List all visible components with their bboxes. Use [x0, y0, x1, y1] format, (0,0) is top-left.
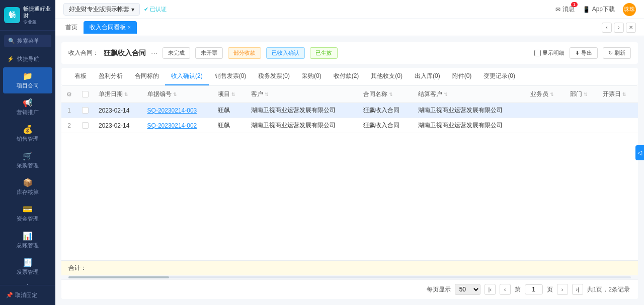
row-open-1: [598, 103, 638, 118]
row-date-2: 2023-02-14: [94, 118, 142, 133]
export-button[interactable]: ⬇ 导出: [570, 47, 598, 59]
sort-date-icon[interactable]: ⇅: [124, 92, 128, 97]
sort-open-icon[interactable]: ⇅: [622, 92, 626, 97]
prev-page-btn[interactable]: ‹: [500, 284, 511, 295]
th-number: 单据编号 ⇅: [142, 86, 213, 103]
search-menu-button[interactable]: 🔍 搜索菜单: [4, 35, 51, 47]
sidebar-item-marketing[interactable]: 📢 营销推广: [3, 94, 52, 120]
status-partial-btn[interactable]: 部分收款: [228, 47, 261, 59]
subtab-income-confirm[interactable]: 收入确认(2): [165, 68, 209, 85]
sidebar-item-ledger[interactable]: 📊 总账管理: [3, 227, 52, 253]
sidebar-item-sales[interactable]: 💰 销售管理: [3, 121, 52, 147]
search-icon: 🔍: [8, 38, 15, 44]
subtab-purchase[interactable]: 采购(0): [296, 68, 328, 85]
sidebar-item-project-contract[interactable]: 📁 项目合同: [3, 67, 52, 93]
subtab-other[interactable]: 其他收支(0): [365, 68, 409, 85]
user-avatar-area[interactable]: 珠珠: [623, 3, 636, 16]
table-row[interactable]: 1 2023-02-14 SQ-20230214-003 狂飙 湖南卫视商业运营…: [61, 103, 638, 118]
last-page-btn[interactable]: ›|: [572, 284, 583, 295]
total-label: 合计：: [68, 264, 87, 271]
subtab-changes[interactable]: 变更记录(0): [477, 68, 521, 85]
message-button[interactable]: ✉ 1 消息: [555, 5, 575, 14]
sort-sales-icon[interactable]: ⇅: [550, 92, 554, 97]
tab-home[interactable]: 首页: [63, 23, 79, 32]
sort-project-icon[interactable]: ⇅: [231, 92, 235, 97]
contract-title: 狂飙收入合同: [104, 49, 146, 58]
more-button[interactable]: ···: [151, 49, 157, 58]
first-page-btn[interactable]: |‹: [485, 284, 496, 295]
row-date-1: 2023-02-14: [94, 103, 142, 118]
sort-number-icon[interactable]: ⇅: [173, 92, 177, 97]
tab-close-icon[interactable]: ×: [128, 25, 131, 30]
tabbar: 首页 收入合同看板 × ‹ › ✕: [55, 19, 644, 36]
sidebar-item-finance[interactable]: 💳 资金管理: [3, 200, 52, 227]
subtab-sales-invoice[interactable]: 销售发票(0): [209, 68, 253, 85]
th-project: 项目 ⇅: [213, 86, 246, 103]
scrollbar-thumb[interactable]: [68, 276, 169, 278]
refresh-button[interactable]: ↻ 刷新: [603, 47, 631, 59]
prev-window-btn[interactable]: ‹: [602, 23, 612, 33]
chevron-down-icon: ▾: [131, 6, 134, 13]
table-row[interactable]: 2 2023-02-14 SQ-20230214-002 狂飙 湖南卫视商业运营…: [61, 118, 638, 133]
right-float-button[interactable]: ◁: [635, 145, 644, 160]
sidebar-logo: 畅 畅捷通好业财 专业版: [0, 0, 55, 31]
sort-customer-icon[interactable]: ⇅: [265, 92, 269, 97]
th-department: 部门 ⇅: [565, 86, 598, 103]
project-icon: 📁: [23, 71, 33, 81]
subtab-profit[interactable]: 盈利分析: [93, 68, 129, 85]
subtab-kanban[interactable]: 看板: [68, 68, 93, 85]
row-project-1: 狂飙: [213, 103, 246, 118]
row-checkbox-1[interactable]: [82, 107, 89, 114]
subtab-target[interactable]: 合同标的: [129, 68, 165, 85]
horizontal-scrollbar[interactable]: [61, 275, 638, 279]
quick-nav-button[interactable]: ⚡ 快捷导航: [3, 52, 52, 66]
display-detail-input[interactable]: [534, 50, 541, 56]
subtab-tax-invoice[interactable]: 税务发票(0): [252, 68, 296, 85]
unpin-button[interactable]: 📌 取消固定: [4, 289, 51, 301]
row-settle-2: 湖南卫视商业运营发展有限公司: [413, 118, 525, 133]
row-check-1: [77, 103, 94, 118]
status-active-btn[interactable]: 已生效: [310, 47, 338, 59]
page-input[interactable]: 1: [525, 284, 543, 294]
sidebar-item-purchase[interactable]: 🛒 采购管理: [3, 147, 52, 173]
subtab-attachment[interactable]: 附件(0): [446, 68, 478, 85]
tab-contract-board[interactable]: 收入合同看板 ×: [84, 21, 137, 34]
row-number-link-1[interactable]: SQ-20230214-003: [147, 107, 197, 114]
sort-dept-icon[interactable]: ⇅: [584, 92, 588, 97]
app-logo-icon: 畅: [4, 7, 20, 23]
content-area: 收入合同： 狂飙收入合同 ··· 未完成 未开票 部分收款 已收入确认 已生效 …: [55, 36, 644, 305]
subtab-warehouse[interactable]: 出入库(0): [409, 68, 446, 85]
page-size-select[interactable]: 50 100 200: [455, 284, 480, 295]
check-circle-icon: ✔: [144, 6, 148, 13]
status-confirmed-btn[interactable]: 已收入确认: [266, 47, 305, 59]
company-name: 好业财专业版演示帐套: [69, 5, 129, 14]
download-icon: 📱: [583, 6, 590, 13]
status-no-invoice-btn[interactable]: 未开票: [195, 47, 223, 59]
display-detail-checkbox[interactable]: 显示明细: [534, 49, 565, 57]
select-all-checkbox[interactable]: [82, 91, 89, 97]
page-label: 第: [515, 285, 521, 294]
subtab-payment[interactable]: 收付款(2): [328, 68, 365, 85]
th-contract-name: 合同名称 ⇅: [358, 86, 413, 103]
app-download-button[interactable]: 📱 App下载: [583, 5, 615, 14]
sort-settle-icon[interactable]: ⇅: [444, 92, 448, 97]
app-name: 畅捷通好业财 专业版: [23, 5, 51, 25]
sub-tabs: 看板 盈利分析 合同标的 收入确认(2) 销售发票(0) 税务发票(0) 采购(…: [61, 68, 638, 86]
sidebar-item-tax[interactable]: 🏛 税务管理: [3, 280, 52, 285]
sort-contract-icon[interactable]: ⇅: [389, 92, 393, 97]
row-number-link-2[interactable]: SQ-20230214-002: [147, 122, 197, 129]
company-selector[interactable]: 好业财专业版演示帐套 ▾: [63, 3, 140, 16]
next-window-btn[interactable]: ›: [614, 23, 624, 33]
row-number-2: SQ-20230214-002: [142, 118, 213, 133]
row-customer-2: 湖南卫视商业运营发展有限公司: [246, 118, 358, 133]
close-window-btn[interactable]: ✕: [626, 23, 636, 33]
sales-icon: 💰: [23, 125, 33, 134]
sidebar-item-invoice[interactable]: 🧾 发票管理: [3, 254, 52, 280]
row-checkbox-2[interactable]: [82, 122, 89, 129]
pin-icon: 📌: [6, 292, 13, 298]
status-incomplete-btn[interactable]: 未完成: [163, 47, 190, 59]
sidebar-item-inventory[interactable]: 📦 库存核算: [3, 174, 52, 200]
ledger-icon: 📊: [23, 231, 33, 241]
settings-icon[interactable]: ⚙: [66, 91, 72, 98]
next-page-btn[interactable]: ›: [557, 284, 568, 295]
